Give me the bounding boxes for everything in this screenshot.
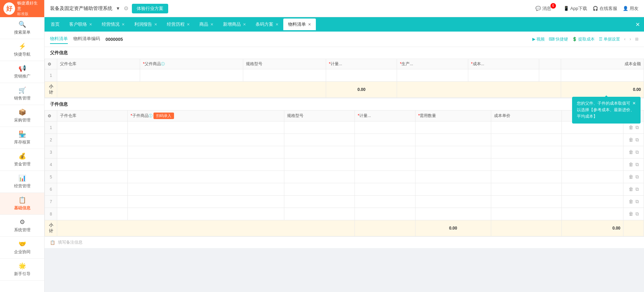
child-unit-cost-cell-1[interactable] xyxy=(491,134,561,146)
trial-btn[interactable]: 体验行业方案 xyxy=(132,4,168,13)
sidebar-item-quick-nav[interactable]: ⚡快捷导航 xyxy=(0,39,44,61)
child-warehouse-cell-2[interactable] xyxy=(57,146,128,159)
nav-tab-close-5[interactable]: ✕ xyxy=(210,22,213,27)
child-qty-cell-1[interactable] xyxy=(415,134,491,146)
child-unit-cell-6[interactable] xyxy=(355,196,416,208)
child-warehouse-cell-1[interactable] xyxy=(57,134,128,146)
child-unit-cell-7[interactable] xyxy=(355,208,416,220)
child-product-cell-1[interactable] xyxy=(128,134,284,146)
copy-icon-1[interactable]: ⧉ xyxy=(635,137,639,143)
online-service-item[interactable]: 🎧 在线客服 xyxy=(593,5,617,12)
app-download-item[interactable]: 📱 App下载 xyxy=(564,5,587,12)
parent-col-setting[interactable]: ⚙ xyxy=(45,59,57,69)
copy-icon-3[interactable]: ⧉ xyxy=(635,162,639,167)
sidebar-item-marketing[interactable]: 📢营销推广 xyxy=(0,61,44,83)
parent-cost-cell[interactable] xyxy=(468,69,539,82)
child-warehouse-cell-7[interactable] xyxy=(57,208,128,220)
user-item[interactable]: 👤 用友 xyxy=(623,5,639,12)
nav-tab-4[interactable]: 经营历程✕ xyxy=(162,19,195,30)
sidebar-item-inventory[interactable]: 🏪库存核算 xyxy=(0,127,44,149)
scan-input-btn[interactable]: 扫码录入 xyxy=(153,113,174,119)
child-spec-cell-6[interactable] xyxy=(284,196,355,208)
child-warehouse-cell-4[interactable] xyxy=(57,171,128,183)
page-tab-bill[interactable]: 物料清单 xyxy=(50,34,68,44)
sidebar-item-search[interactable]: 🔍搜索菜单 xyxy=(0,17,44,39)
child-unit-cost-cell-0[interactable] xyxy=(491,121,561,134)
child-unit-cell-3[interactable] xyxy=(355,159,416,171)
child-product-cell-2[interactable] xyxy=(128,146,284,159)
child-unit-cell-0[interactable] xyxy=(355,121,416,134)
nav-tab-8[interactable]: 物料清单✕ xyxy=(283,19,316,30)
child-unit-cost-cell-4[interactable] xyxy=(491,171,561,183)
single-setting-toolbar-item[interactable]: ☰ 单据设置 xyxy=(599,36,620,42)
child-spec-cell-2[interactable] xyxy=(284,146,355,159)
child-unit-cost-cell-2[interactable] xyxy=(491,146,561,159)
nav-tab-close-2[interactable]: ✕ xyxy=(122,22,125,27)
child-qty-cell-6[interactable] xyxy=(415,196,491,208)
delete-icon-7[interactable]: 🗑 xyxy=(629,211,633,217)
sidebar-item-sales[interactable]: 🛒销售管理 xyxy=(0,83,44,105)
delete-icon-6[interactable]: 🗑 xyxy=(629,199,633,205)
child-unit-cost-cell-3[interactable] xyxy=(491,159,561,171)
child-unit-cell-1[interactable] xyxy=(355,134,416,146)
copy-icon-7[interactable]: ⧉ xyxy=(635,211,639,217)
extract-cost-toolbar-item[interactable]: 💲 提取成本 xyxy=(572,36,595,42)
delete-icon-5[interactable]: 🗑 xyxy=(629,186,633,192)
nav-next-icon[interactable]: › xyxy=(630,37,631,42)
child-unit-cell-2[interactable] xyxy=(355,146,416,159)
child-spec-cell-5[interactable] xyxy=(284,183,355,196)
page-tab-code[interactable]: 物料清单编码 xyxy=(73,34,100,44)
nav-tab-close-1[interactable]: ✕ xyxy=(89,22,92,27)
child-product-cell-7[interactable] xyxy=(128,208,284,220)
delete-icon-2[interactable]: 🗑 xyxy=(629,149,633,155)
nav-tab-7[interactable]: 条码方案✕ xyxy=(251,19,283,30)
child-product-cell-4[interactable] xyxy=(128,171,284,183)
child-qty-cell-4[interactable] xyxy=(415,171,491,183)
child-qty-cell-7[interactable] xyxy=(415,208,491,220)
parent-product-cell[interactable] xyxy=(140,69,243,82)
delete-icon-0[interactable]: 🗑 xyxy=(629,125,633,130)
tooltip-close-btn[interactable]: ✕ xyxy=(632,100,636,107)
delete-icon-1[interactable]: 🗑 xyxy=(629,137,633,143)
settings-icon[interactable]: ⚙ xyxy=(124,5,128,12)
child-unit-cell-5[interactable] xyxy=(355,183,416,196)
delete-icon-4[interactable]: 🗑 xyxy=(629,174,633,180)
sidebar-item-guide[interactable]: 🌟新手引导 xyxy=(0,259,44,281)
parent-warehouse-cell[interactable] xyxy=(57,69,140,82)
copy-icon-2[interactable]: ⧉ xyxy=(635,149,639,155)
child-qty-cell-5[interactable] xyxy=(415,183,491,196)
system-select[interactable]: ▼ xyxy=(116,6,120,11)
video-toolbar-item[interactable]: ▶ 视频 xyxy=(532,36,545,42)
child-product-cell-3[interactable] xyxy=(128,159,284,171)
child-spec-cell-7[interactable] xyxy=(284,208,355,220)
child-qty-cell-0[interactable] xyxy=(415,121,491,134)
nav-tab-5[interactable]: 商品✕ xyxy=(195,19,218,30)
shortcut-toolbar-item[interactable]: ⌨ 快捷键 xyxy=(549,36,568,42)
copy-icon-5[interactable]: ⧉ xyxy=(635,186,639,192)
nav-tab-close-7[interactable]: ✕ xyxy=(275,22,278,27)
sidebar-item-basic-info[interactable]: 📋基础信息 xyxy=(0,193,44,215)
nav-tab-0[interactable]: 首页 xyxy=(46,19,64,30)
child-unit-cost-cell-6[interactable] xyxy=(491,196,561,208)
child-col-setting[interactable]: ⚙ xyxy=(45,110,57,121)
child-unit-cost-cell-7[interactable] xyxy=(491,208,561,220)
sidebar-item-purchase[interactable]: 📦采购管理 xyxy=(0,105,44,127)
child-warehouse-cell-0[interactable] xyxy=(57,121,128,134)
nav-tab-close-3[interactable]: ✕ xyxy=(154,22,157,27)
nav-tab-1[interactable]: 客户联络✕ xyxy=(64,19,97,30)
copy-icon-6[interactable]: ⧉ xyxy=(635,199,639,205)
child-product-cell-6[interactable] xyxy=(128,196,284,208)
child-warehouse-cell-6[interactable] xyxy=(57,196,128,208)
copy-icon-0[interactable]: ⧉ xyxy=(635,125,639,130)
child-unit-cell-4[interactable] xyxy=(355,171,416,183)
close-all-tabs-icon[interactable]: ✕ xyxy=(633,21,643,28)
message-item[interactable]: 💬 消息 6 xyxy=(535,5,558,12)
child-warehouse-cell-5[interactable] xyxy=(57,183,128,196)
child-qty-cell-2[interactable] xyxy=(415,146,491,159)
note-label[interactable]: 填写备注信息 xyxy=(58,240,83,245)
child-spec-cell-0[interactable] xyxy=(284,121,355,134)
child-spec-cell-1[interactable] xyxy=(284,134,355,146)
nav-tab-close-8[interactable]: ✕ xyxy=(308,22,311,27)
child-warehouse-cell-3[interactable] xyxy=(57,159,128,171)
sidebar-item-finance[interactable]: 💰资金管理 xyxy=(0,149,44,171)
